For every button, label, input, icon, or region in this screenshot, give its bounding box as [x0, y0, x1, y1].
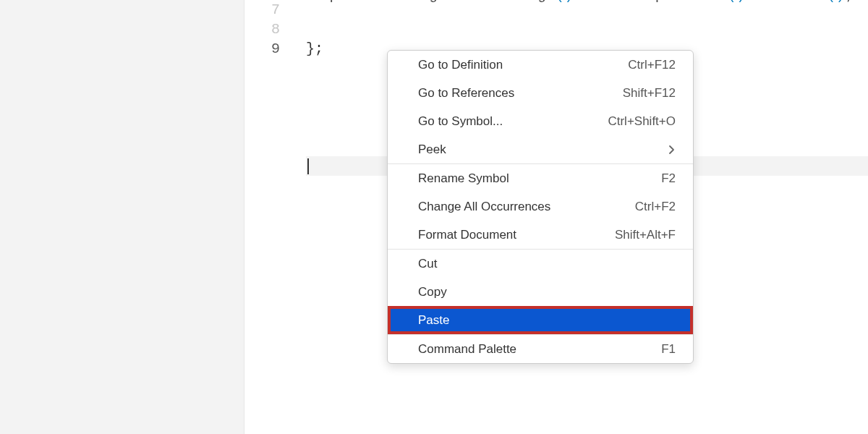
line-number-active: 9 — [244, 39, 280, 59]
menu-label: Change All Occurrences — [418, 200, 550, 214]
menu-label: Go to Definition — [418, 58, 503, 72]
menu-item-change-all-occurrences[interactable]: Change All Occurrences Ctrl+F2 — [388, 192, 693, 221]
menu-item-format-document[interactable]: Format Document Shift+Alt+F — [388, 221, 693, 249]
menu-item-go-to-references[interactable]: Go to References Shift+F12 — [388, 79, 693, 107]
menu-shortcut: Ctrl+F2 — [635, 200, 676, 214]
menu-shortcut: F2 — [661, 171, 676, 186]
menu-shortcut: F1 — [661, 342, 676, 357]
line-number: 7 — [244, 0, 280, 20]
menu-label: Paste — [418, 313, 449, 328]
menu-label: Cut — [418, 257, 437, 271]
menu-shortcut: Ctrl+F12 — [628, 58, 676, 72]
menu-shortcut: Ctrl+Shift+O — [608, 114, 676, 129]
context-menu: Go to Definition Ctrl+F12 Go to Referenc… — [387, 50, 694, 364]
menu-item-command-palette[interactable]: Command Palette F1 — [388, 335, 693, 363]
text-cursor — [307, 158, 309, 174]
side-panel — [0, 0, 244, 434]
menu-item-go-to-symbol[interactable]: Go to Symbol... Ctrl+Shift+O — [388, 107, 693, 135]
menu-shortcut: Shift+Alt+F — [615, 228, 676, 242]
menu-label: Rename Symbol — [418, 171, 509, 186]
menu-item-copy[interactable]: Copy — [388, 278, 693, 306]
menu-item-go-to-definition[interactable]: Go to Definition Ctrl+F12 — [388, 51, 693, 79]
menu-item-rename-symbol[interactable]: Rename Symbol F2 — [388, 164, 693, 192]
menu-label: Peek — [418, 142, 446, 157]
menu-label: Format Document — [418, 228, 516, 242]
line-number-gutter: 7 8 9 — [244, 0, 306, 434]
menu-item-peek[interactable]: Peek — [388, 135, 693, 163]
line-number: 8 — [244, 20, 280, 39]
menu-label: Command Palette — [418, 342, 516, 357]
menu-item-paste[interactable]: Paste — [388, 306, 693, 334]
chevron-right-icon — [668, 145, 676, 155]
menu-label: Copy — [418, 285, 447, 299]
menu-label: Go to Symbol... — [418, 114, 503, 129]
menu-shortcut: Shift+F12 — [623, 86, 676, 101]
menu-label: Go to References — [418, 86, 514, 101]
menu-item-cut[interactable]: Cut — [388, 250, 693, 278]
